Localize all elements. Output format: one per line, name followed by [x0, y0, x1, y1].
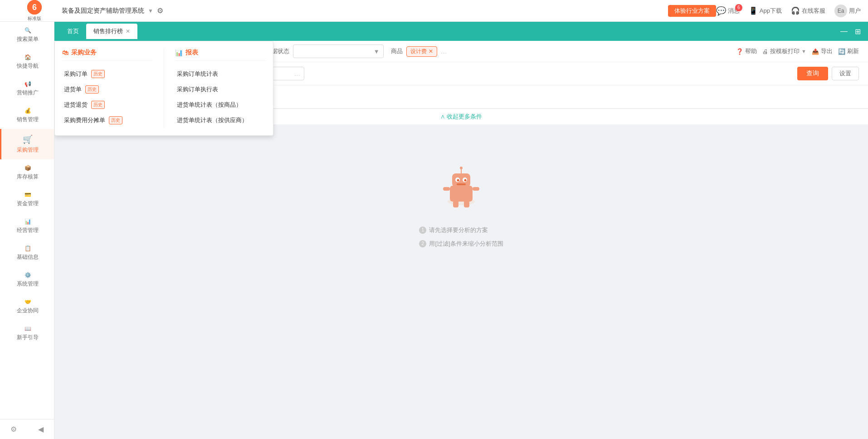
sidebar-item-navigation[interactable]: 🏠 快捷导航: [0, 49, 54, 75]
tab-sales-ranking[interactable]: 销售排行榜 ✕: [86, 24, 137, 39]
content-area: 首页 销售排行榜 ✕ — ⊞: [54, 22, 868, 439]
svg-rect-12: [443, 187, 450, 191]
user-initial: Ea: [838, 8, 844, 14]
dropdown-item-purchase-order-stats[interactable]: 采购订单统计表: [175, 66, 266, 82]
purchase-col: 🛍 采购业务 采购订单 历史 进货单 历史 进货退货 历史: [62, 49, 153, 128]
page-content: 日期 至 近7天 更多 自定义 单据状态: [54, 41, 868, 439]
tab-maximize-icon[interactable]: ⊞: [853, 25, 863, 38]
help-label: 帮助: [745, 47, 757, 55]
app-download-label: App下载: [760, 7, 782, 15]
dropdown-item-purchase-expense[interactable]: 采购费用分摊单 历史: [62, 113, 153, 128]
goods-receipt-history-badge: 历史: [85, 85, 99, 94]
refresh-btn[interactable]: 🔄 刷新: [838, 47, 859, 55]
tab-minimize-icon[interactable]: —: [839, 25, 849, 37]
goods-more-btn[interactable]: …: [441, 48, 447, 55]
set-btn[interactable]: 设置: [832, 67, 859, 80]
voucher-status-filter: 单据状态 ▼: [266, 44, 384, 58]
tab-close-icon[interactable]: ✕: [126, 28, 130, 35]
empty-hint-2-text: 用[过滤]条件来缩小分析范围: [429, 238, 503, 250]
svg-rect-9: [457, 183, 466, 185]
dropdown-item-goods-stats-by-supplier[interactable]: 进货单统计表（按供应商）: [175, 113, 266, 128]
dropdown-item-goods-receipt[interactable]: 进货单 历史: [62, 82, 153, 97]
print-btn[interactable]: 🖨 按模板打印 ▼: [762, 47, 806, 55]
sidebar-item-search[interactable]: 🔍 搜索菜单: [0, 22, 54, 49]
online-service-item[interactable]: 🎧 在线客服: [791, 6, 825, 15]
sidebar-item-purchase[interactable]: 🛒 采购管理: [0, 129, 54, 159]
export-btn[interactable]: 📤 导出: [812, 47, 833, 55]
industry-btn[interactable]: 体验行业方案: [668, 5, 716, 17]
message-icon: 💬: [716, 6, 726, 16]
system-icon: ⚙️: [24, 272, 31, 278]
sidebar-item-tutorial[interactable]: 📖 新手引导: [0, 320, 54, 347]
empty-state: 1 请先选择要分析的方案 2 用[过滤]条件来缩小分析范围: [54, 124, 868, 286]
empty-hint-2: 2 用[过滤]条件来缩小分析范围: [419, 238, 503, 250]
header-dropdown-arrow[interactable]: ▼: [148, 8, 153, 14]
goods-label: 商品: [391, 47, 403, 55]
sidebar-item-label: 库存核算: [17, 173, 39, 181]
sidebar-item-basic-info[interactable]: 📋 基础信息: [0, 240, 54, 266]
dropdown-divider: [164, 49, 164, 128]
report-col: 📊 报表 采购订单统计表 采购订单执行表 进货单统计表（按商品） 进货单统计表（…: [175, 49, 266, 128]
tab-bar-right: — ⊞: [839, 25, 863, 38]
sidebar-item-label: 基础信息: [17, 253, 39, 261]
dropdown-item-goods-stats-by-product[interactable]: 进货单统计表（按商品）: [175, 97, 266, 113]
sidebar-item-operations[interactable]: 📊 经营管理: [0, 213, 54, 240]
sidebar-bottom: ⚙ ◀: [0, 419, 54, 439]
app-download-item[interactable]: 📱 App下载: [749, 6, 782, 15]
purchase-dropdown-menu: 🛍 采购业务 采购订单 历史 进货单 历史 进货退货 历史: [54, 41, 273, 136]
online-service-label: 在线客服: [802, 7, 825, 15]
svg-point-11: [460, 167, 463, 169]
sidebar-item-marketing[interactable]: 📢 营销推广: [0, 75, 54, 102]
sidebar-item-finance[interactable]: 💳 资金管理: [0, 186, 54, 213]
sidebar-item-label: 资金管理: [17, 200, 39, 207]
message-item[interactable]: 💬 6 消息: [716, 6, 740, 16]
message-badge: 6: [735, 4, 742, 11]
logo-subtitle: 标准版: [28, 15, 41, 22]
header-right: 💬 6 消息 📱 App下载 🎧 在线客服 Ea 用户: [716, 5, 861, 17]
main-layout: 🔍 搜索菜单 🏠 快捷导航 📢 营销推广 💰 销售管理 🛒 采购管理 📦 库存核…: [0, 22, 868, 439]
sidebar-item-label: 经营管理: [17, 227, 39, 234]
svg-rect-3: [450, 186, 473, 202]
user-label: 用户: [849, 7, 861, 15]
empty-hint-1-text: 请先选择要分析的方案: [429, 224, 488, 236]
dropdown-item-purchase-order[interactable]: 采购订单 历史: [62, 66, 153, 82]
user-item[interactable]: Ea 用户: [834, 5, 861, 17]
purchase-order-history-badge: 历史: [91, 70, 105, 78]
header-settings-btn[interactable]: ⚙: [157, 6, 163, 15]
voucher-status-select[interactable]: ▼: [293, 44, 384, 58]
empty-hint-1: 1 请先选择要分析的方案: [419, 224, 503, 236]
report-col-title: 📊 报表: [175, 49, 266, 61]
help-btn[interactable]: ❓ 帮助: [736, 47, 757, 55]
inventory-icon: 📦: [24, 165, 31, 171]
marketing-icon: 📢: [24, 81, 31, 87]
salesperson-dots[interactable]: …: [294, 70, 300, 77]
report-col-label: 报表: [185, 49, 198, 57]
sidebar-item-system[interactable]: ⚙️ 系统管理: [0, 266, 54, 293]
purchase-order-exec-label: 采购订单执行表: [177, 85, 218, 94]
toolbar-right: ❓ 帮助 🖨 按模板打印 ▼ 📤 导出: [736, 47, 859, 55]
goods-tag-close[interactable]: ✕: [429, 48, 433, 54]
sidebar-item-inventory[interactable]: 📦 库存核算: [0, 159, 54, 186]
voucher-status-arrow: ▼: [374, 48, 380, 55]
avatar: Ea: [834, 5, 847, 17]
empty-text: 1 请先选择要分析的方案 2 用[过滤]条件来缩小分析范围: [419, 224, 503, 250]
collapse-arrow-icon: ∧: [440, 113, 447, 120]
dropdown-item-goods-return[interactable]: 进货退货 历史: [62, 97, 153, 113]
sidebar-item-enterprise[interactable]: 🤝 企业协同: [0, 293, 54, 320]
dropdown-item-purchase-order-exec[interactable]: 采购订单执行表: [175, 82, 266, 97]
sidebar-item-label: 系统管理: [17, 280, 39, 288]
svg-rect-15: [464, 201, 469, 207]
sidebar-item-label: 销售管理: [17, 116, 39, 123]
sidebar-item-sales[interactable]: 💰 销售管理: [0, 102, 54, 129]
goods-filter: 商品 设计费 ✕ …: [391, 46, 447, 57]
svg-text:6: 6: [32, 3, 37, 12]
help-icon: ❓: [736, 48, 743, 55]
purchase-col-title: 🛍 采购业务: [62, 49, 153, 61]
sidebar-collapse-icon[interactable]: ◀: [38, 425, 44, 434]
sidebar-settings-icon[interactable]: ⚙: [10, 425, 17, 434]
tab-home[interactable]: 首页: [60, 24, 86, 39]
goods-return-history-badge: 历史: [91, 101, 105, 109]
search-icon: 🔍: [24, 27, 31, 34]
print-arrow[interactable]: ▼: [801, 49, 806, 54]
query-btn[interactable]: 查询: [797, 67, 828, 80]
